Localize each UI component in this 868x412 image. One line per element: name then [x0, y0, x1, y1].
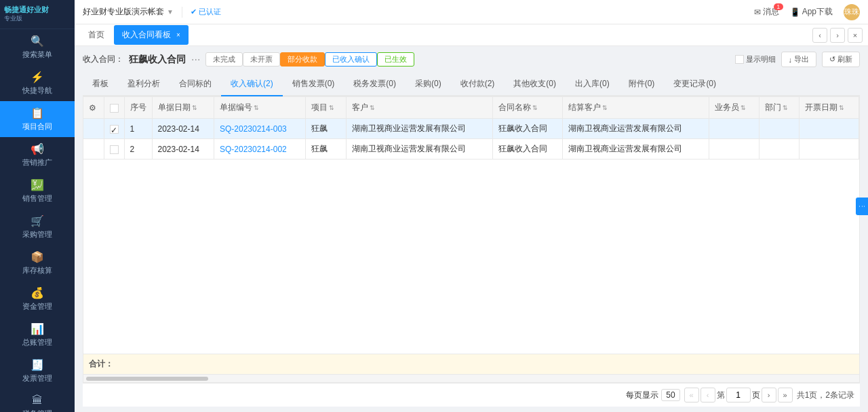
- th-客户[interactable]: 客户⇅: [346, 97, 492, 119]
- sidebar-item-搜索菜单[interactable]: 🔍搜索菜单: [0, 29, 75, 65]
- user-avatar[interactable]: 珠珠: [844, 4, 860, 20]
- th-合同名称[interactable]: 合同名称⇅: [492, 97, 563, 119]
- app-download-label: App下载: [802, 6, 833, 18]
- table-cell-4[interactable]: SQ-20230214-003: [214, 119, 305, 139]
- tab-close-all-button[interactable]: ×: [848, 28, 863, 43]
- th-开票日期[interactable]: 开票日期⇅: [800, 97, 859, 119]
- export-button[interactable]: ↓ 导出: [781, 52, 817, 67]
- sidebar-label: 资金管理: [22, 301, 52, 312]
- company-dropdown-icon: ▼: [167, 8, 174, 16]
- row-checkbox[interactable]: ✓: [110, 125, 119, 134]
- table-cell-1[interactable]: ✓: [104, 119, 124, 139]
- order-link[interactable]: SQ-20230214-002: [220, 145, 287, 154]
- table-cell-11: [800, 119, 859, 139]
- th-结算客户[interactable]: 结算客户⇅: [563, 97, 709, 119]
- settings-icon[interactable]: ⚙: [89, 103, 96, 113]
- sidebar-item-营销推广[interactable]: 📢营销推广: [0, 137, 75, 173]
- th-项目[interactable]: 项目⇅: [306, 97, 347, 119]
- certified-label: 已认证: [199, 7, 221, 17]
- subtab-税务发票[interactable]: 税务发票(0): [344, 73, 406, 96]
- page-size-value[interactable]: 50: [661, 389, 679, 401]
- subtab-附件[interactable]: 附件(0): [619, 73, 665, 96]
- th-单据编号[interactable]: 单据编号⇅: [214, 97, 305, 119]
- tab-home[interactable]: 首页: [80, 25, 113, 45]
- row-checkbox[interactable]: [110, 145, 119, 154]
- user-label: 珠珠: [844, 7, 859, 17]
- message-button[interactable]: ✉ 消息 1: [754, 6, 779, 18]
- subtab-变更记录[interactable]: 变更记录(0): [664, 73, 726, 96]
- order-link[interactable]: SQ-20230214-003: [220, 124, 287, 134]
- tab-contract-board[interactable]: 收入合同看板 ×: [114, 25, 189, 45]
- status-btn-未开票[interactable]: 未开票: [243, 52, 280, 67]
- sidebar-label: 总账管理: [22, 337, 52, 348]
- app-title: 畅捷通好业财: [4, 5, 49, 14]
- sidebar-icon: ⚡: [31, 71, 44, 83]
- sidebar-item-采购管理[interactable]: 🛒采购管理: [0, 209, 75, 245]
- subtab-其他收支[interactable]: 其他收支(0): [504, 73, 566, 96]
- first-page-button[interactable]: «: [684, 388, 699, 402]
- export-icon: ↓: [789, 56, 793, 64]
- subtab-盈利分析[interactable]: 盈利分析: [118, 73, 170, 96]
- table-cell-2: 1: [124, 119, 152, 139]
- status-btn-已生效[interactable]: 已生效: [377, 52, 414, 67]
- tab-close-icon[interactable]: ×: [176, 31, 180, 39]
- subtab-收入确认[interactable]: 收入确认(2): [221, 73, 283, 96]
- sidebar-item-总账管理[interactable]: 📊总账管理: [0, 317, 75, 353]
- subtab-合同标的[interactable]: 合同标的: [170, 73, 221, 96]
- next-page-button[interactable]: ›: [762, 388, 776, 402]
- contract-prefix: 收入合同：: [83, 54, 123, 65]
- app-download-button[interactable]: 📱 App下载: [790, 6, 833, 18]
- status-btn-未完成[interactable]: 未完成: [205, 52, 243, 67]
- sidebar-item-发票管理[interactable]: 🧾发票管理: [0, 353, 75, 389]
- subtab-收付款[interactable]: 收付款(2): [451, 73, 505, 96]
- subtab-出入库[interactable]: 出入库(0): [566, 73, 619, 96]
- sidebar-item-税务管理[interactable]: 🏛税务管理: [0, 389, 75, 412]
- th-部门[interactable]: 部门⇅: [759, 97, 800, 119]
- table-cell-3: 2023-02-14: [152, 139, 214, 160]
- status-btn-部分收款[interactable]: 部分收款: [280, 52, 325, 67]
- show-detail-checkbox-area[interactable]: 显示明细: [735, 54, 776, 64]
- table-cell-8: 湖南卫视商业运营发展有限公司: [563, 119, 709, 139]
- status-btn-已收入确认[interactable]: 已收入确认: [325, 52, 377, 67]
- page-word: 页: [752, 390, 760, 401]
- table-cell-1[interactable]: [104, 139, 124, 160]
- page-label: 第: [717, 390, 725, 401]
- th-单据日期[interactable]: 单据日期⇅: [152, 97, 214, 119]
- scroll-thumb[interactable]: [86, 377, 208, 381]
- select-all-checkbox[interactable]: [110, 104, 119, 113]
- table-cell-10: [759, 139, 800, 160]
- refresh-button[interactable]: ↺ 刷新: [822, 52, 860, 67]
- page-number-input[interactable]: [726, 388, 751, 402]
- topbar-right: ✉ 消息 1 📱 App下载 珠珠: [754, 4, 860, 20]
- last-page-button[interactable]: »: [778, 388, 793, 402]
- tab-next-button[interactable]: ›: [830, 28, 845, 43]
- th-业务员[interactable]: 业务员⇅: [709, 97, 760, 119]
- sidebar-item-销售管理[interactable]: 💹销售管理: [0, 173, 75, 209]
- tab-active-label: 收入合同看板: [122, 29, 171, 41]
- contract-more-button[interactable]: ···: [191, 54, 200, 66]
- table-cell-5: 狂飙: [306, 139, 347, 160]
- horizontal-scrollbar[interactable]: [83, 375, 860, 383]
- company-selector[interactable]: 好业财专业版演示帐套 ▼: [83, 6, 174, 18]
- refresh-icon: ↺: [829, 55, 835, 64]
- table-row[interactable]: ✓12023-02-14SQ-20230214-003狂飙湖南卫视商业运营发展有…: [83, 119, 859, 139]
- th-settings: ⚙: [83, 97, 104, 119]
- subtab-采购[interactable]: 采购(0): [406, 73, 451, 96]
- tab-navigation: ‹ › ×: [812, 28, 863, 43]
- sidebar-item-项目合同[interactable]: 📋项目合同: [0, 101, 75, 137]
- table-cell-4[interactable]: SQ-20230214-002: [214, 139, 305, 160]
- sidebar-item-库存核算[interactable]: 📦库存核算: [0, 245, 75, 281]
- show-detail-checkbox[interactable]: [735, 55, 744, 64]
- subtab-看板[interactable]: 看板: [83, 73, 118, 96]
- sidebar-item-资金管理[interactable]: 💰资金管理: [0, 281, 75, 317]
- subtab-销售发票[interactable]: 销售发票(0): [283, 73, 344, 96]
- tab-prev-button[interactable]: ‹: [812, 28, 827, 43]
- table-row[interactable]: 22023-02-14SQ-20230214-002狂飙湖南卫视商业运营发展有限…: [83, 139, 859, 160]
- contract-header: 收入合同： 狂飙收入合同 ··· 未完成未开票部分收款已收入确认已生效 显示明细…: [83, 52, 860, 67]
- page-size-selector: 每页显示 50: [626, 389, 679, 401]
- sidebar-item-快捷导航[interactable]: ⚡快捷导航: [0, 65, 75, 101]
- prev-page-button[interactable]: ‹: [701, 388, 715, 402]
- table-cell-7: 狂飙收入合同: [492, 139, 563, 160]
- right-floating-button[interactable]: ⋮: [856, 198, 868, 215]
- table-cell-3: 2023-02-14: [152, 119, 214, 139]
